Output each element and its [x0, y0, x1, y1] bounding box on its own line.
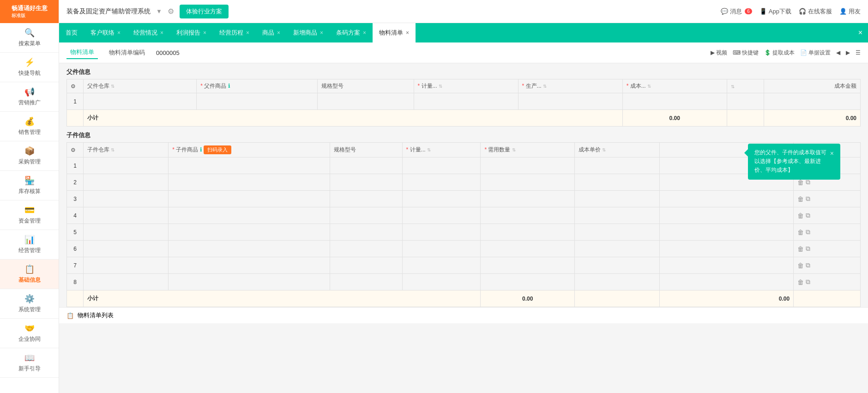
child-row-8-unit[interactable]: [402, 274, 481, 290]
parent-row-1-warehouse[interactable]: [84, 93, 197, 110]
tab-profit[interactable]: 利润报告 ×: [170, 23, 213, 42]
child-row-5-warehouse[interactable]: [84, 224, 169, 241]
delete-icon-3[interactable]: 🗑: [797, 195, 804, 203]
shortcut-action[interactable]: ⌨ 快捷键: [733, 49, 759, 57]
tab-operations[interactable]: 经营情况 ×: [127, 23, 170, 42]
child-row-2-unit[interactable]: [402, 174, 481, 191]
tooltip-close-button[interactable]: ×: [830, 148, 834, 158]
parent-row-1-spec[interactable]: [317, 93, 414, 110]
child-row-7-unit[interactable]: [402, 257, 481, 274]
settings-icon[interactable]: ⚙: [168, 7, 174, 16]
delete-icon-2[interactable]: 🗑: [797, 179, 804, 186]
tab-bom-close[interactable]: ×: [406, 30, 409, 36]
tab-operations-close[interactable]: ×: [160, 30, 163, 36]
sidebar-item-finance[interactable]: 💳 资金管理: [0, 200, 59, 230]
sidebar-item-purchase[interactable]: 📦 采购管理: [0, 141, 59, 171]
copy-icon-7[interactable]: ⧉: [806, 261, 810, 269]
message-item[interactable]: 💬 消息 6: [721, 7, 752, 16]
delete-icon-5[interactable]: 🗑: [797, 229, 804, 236]
sidebar-item-sales[interactable]: 💰 销售管理: [0, 112, 59, 141]
tab-customer[interactable]: 客户联络 ×: [84, 23, 127, 42]
online-service-item[interactable]: 🎧 在线客服: [799, 7, 832, 16]
delete-icon-6[interactable]: 🗑: [797, 245, 804, 253]
child-row-8-quantity[interactable]: [481, 274, 575, 290]
child-row-5-product[interactable]: [169, 224, 330, 241]
sidebar-item-guide[interactable]: 📖 新手引导: [0, 348, 59, 378]
child-row-8-spec[interactable]: [330, 274, 402, 290]
child-row-1-spec[interactable]: [330, 157, 402, 174]
user-item[interactable]: 👤 用友: [839, 7, 861, 16]
child-row-3-warehouse[interactable]: [84, 191, 169, 207]
child-row-3-unit-cost[interactable]: [575, 191, 660, 207]
child-row-6-spec[interactable]: [330, 241, 402, 257]
child-row-5-unit[interactable]: [402, 224, 481, 241]
delete-icon-8[interactable]: 🗑: [797, 278, 804, 286]
child-row-4-unit-cost[interactable]: [575, 207, 660, 224]
child-row-6-quantity[interactable]: [481, 241, 575, 257]
child-row-1-unit[interactable]: [402, 157, 481, 174]
sidebar-item-collab[interactable]: 🤝 企业协同: [0, 319, 59, 348]
copy-icon-6[interactable]: ⧉: [806, 245, 810, 253]
child-row-8-product[interactable]: [169, 274, 330, 290]
child-row-5-unit-cost[interactable]: [575, 224, 660, 241]
delete-icon-7[interactable]: 🗑: [797, 262, 804, 269]
child-row-8-warehouse[interactable]: [84, 274, 169, 290]
copy-icon-5[interactable]: ⧉: [806, 228, 810, 236]
child-row-1-warehouse[interactable]: [84, 157, 169, 174]
child-row-7-spec[interactable]: [330, 257, 402, 274]
child-row-7-unit-cost[interactable]: [575, 257, 660, 274]
child-row-2-unit-cost[interactable]: [575, 174, 660, 191]
parent-row-1-cost[interactable]: [622, 93, 727, 110]
menu-icon[interactable]: ☰: [856, 49, 861, 56]
child-row-6-warehouse[interactable]: [84, 241, 169, 257]
child-row-1-unit-cost[interactable]: [575, 157, 660, 174]
dropdown-icon[interactable]: ▼: [156, 8, 162, 15]
sidebar-item-inventory[interactable]: 🏪 库存核算: [0, 171, 59, 200]
cost-action[interactable]: 💲 提取成本: [764, 49, 795, 57]
tab-profit-close[interactable]: ×: [203, 30, 206, 36]
child-row-4-quantity[interactable]: [481, 207, 575, 224]
child-col-settings[interactable]: ⚙: [67, 143, 84, 157]
child-row-8-unit-cost[interactable]: [575, 274, 660, 290]
tab-customer-close[interactable]: ×: [117, 30, 121, 36]
sub-tab-bom[interactable]: 物料清单: [66, 46, 98, 59]
copy-icon-8[interactable]: ⧉: [806, 278, 810, 286]
copy-icon-4[interactable]: ⧉: [806, 212, 810, 219]
tab-product-close[interactable]: ×: [277, 30, 280, 36]
child-row-2-quantity[interactable]: [481, 174, 575, 191]
copy-icon-3[interactable]: ⧉: [806, 195, 810, 203]
child-row-7-quantity[interactable]: [481, 257, 575, 274]
child-row-6-unit-cost[interactable]: [575, 241, 660, 257]
tab-barcode-close[interactable]: ×: [363, 30, 366, 36]
sidebar-item-search[interactable]: 🔍 搜索菜单: [0, 23, 59, 53]
nav-prev[interactable]: ◀: [836, 49, 840, 56]
child-row-1-quantity[interactable]: [481, 157, 575, 174]
delete-icon-4[interactable]: 🗑: [797, 212, 804, 219]
child-row-3-product[interactable]: [169, 191, 330, 207]
child-row-2-spec[interactable]: [330, 174, 402, 191]
sidebar-item-quicknav[interactable]: ⚡ 快捷导航: [0, 53, 59, 82]
experience-button[interactable]: 体验行业方案: [180, 5, 229, 18]
parent-row-1-unit[interactable]: [414, 93, 518, 110]
nav-next[interactable]: ▶: [846, 49, 850, 56]
video-action[interactable]: ▶ 视频: [711, 49, 727, 57]
child-row-7-product[interactable]: [169, 257, 330, 274]
tab-barcode[interactable]: 条码方案 ×: [330, 23, 373, 42]
child-row-4-warehouse[interactable]: [84, 207, 169, 224]
nav-close-all[interactable]: ×: [853, 29, 868, 37]
child-row-6-product[interactable]: [169, 241, 330, 257]
child-row-2-product[interactable]: [169, 174, 330, 191]
parent-row-1-product[interactable]: [197, 93, 317, 110]
tab-product[interactable]: 商品 ×: [256, 23, 287, 42]
tab-bom[interactable]: 物料清单 ×: [373, 23, 416, 42]
sidebar-item-basic-info[interactable]: 📋 基础信息: [0, 260, 59, 289]
app-download-item[interactable]: 📱 App下载: [760, 7, 791, 16]
tab-home[interactable]: 首页: [59, 23, 84, 42]
sidebar-item-marketing[interactable]: 📢 营销推广: [0, 82, 59, 112]
child-row-3-unit[interactable]: [402, 191, 481, 207]
sidebar-item-system[interactable]: ⚙️ 系统管理: [0, 289, 59, 319]
tab-new-product-close[interactable]: ×: [320, 30, 323, 36]
child-row-2-warehouse[interactable]: [84, 174, 169, 191]
tab-history[interactable]: 经营历程 ×: [213, 23, 256, 42]
scan-button[interactable]: 扫码录入: [204, 145, 231, 154]
